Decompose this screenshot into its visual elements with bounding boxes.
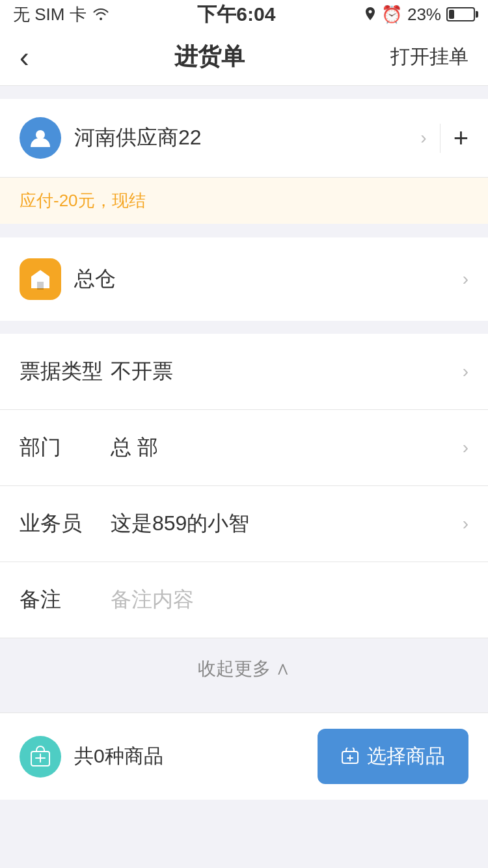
page-background xyxy=(0,800,488,868)
bottom-bar: 共0种商品 选择商品 xyxy=(0,712,488,800)
supplier-name: 河南供应商22 xyxy=(74,124,420,152)
supplier-avatar xyxy=(20,117,61,159)
department-row[interactable]: 部门 总 部 › xyxy=(0,410,488,486)
remark-label: 备注 xyxy=(20,586,111,614)
open-hang-button[interactable]: 打开挂单 xyxy=(390,44,468,70)
wifi-icon xyxy=(93,5,109,25)
supplier-row[interactable]: 河南供应商22 › + xyxy=(0,99,488,178)
status-time: 下午6:04 xyxy=(197,1,275,28)
salesperson-label: 业务员 xyxy=(20,509,111,538)
section-gap-1 xyxy=(0,86,488,99)
product-count: 共0种商品 xyxy=(74,743,318,770)
page-title: 进货单 xyxy=(174,41,245,73)
section-gap-4 xyxy=(0,699,488,712)
collapse-label: 收起更多 ∧ xyxy=(198,658,291,679)
nav-bar: ‹ 进货单 打开挂单 xyxy=(0,29,488,86)
invoice-type-row[interactable]: 票据类型 不开票 › xyxy=(0,334,488,410)
select-product-button[interactable]: 选择商品 xyxy=(318,729,468,784)
warehouse-icon xyxy=(20,258,61,300)
collapse-bar[interactable]: 收起更多 ∧ xyxy=(0,638,488,699)
warehouse-label: 总仓 xyxy=(74,265,463,293)
salesperson-chevron-icon: › xyxy=(463,513,468,534)
remark-row[interactable]: 备注 备注内容 xyxy=(0,562,488,638)
status-bar: 无 SIM 卡 下午6:04 ⏰ 23% xyxy=(0,0,488,29)
form-section: 票据类型 不开票 › 部门 总 部 › 业务员 这是859的小智 › 备注 备注… xyxy=(0,334,488,638)
battery-text: 23% xyxy=(407,5,441,25)
supplier-add-button[interactable]: + xyxy=(440,124,468,153)
department-value: 总 部 xyxy=(111,433,463,462)
section-gap-3 xyxy=(0,321,488,334)
invoice-type-label: 票据类型 xyxy=(20,357,111,386)
warehouse-section: 总仓 › xyxy=(0,237,488,321)
svg-point-0 xyxy=(36,130,45,139)
product-icon xyxy=(20,736,61,778)
carrier-text: 无 SIM 卡 xyxy=(13,3,87,26)
alarm-icon: ⏰ xyxy=(381,5,402,25)
supplier-section: 河南供应商22 › + 应付-20元，现结 xyxy=(0,99,488,224)
notice-text: 应付-20元，现结 xyxy=(20,191,146,210)
back-button[interactable]: ‹ xyxy=(20,41,29,74)
status-right: ⏰ 23% xyxy=(364,5,475,25)
invoice-type-chevron-icon: › xyxy=(463,361,468,382)
warehouse-chevron-icon: › xyxy=(463,269,468,290)
department-label: 部门 xyxy=(20,433,111,462)
salesperson-value: 这是859的小智 xyxy=(111,509,463,538)
salesperson-row[interactable]: 业务员 这是859的小智 › xyxy=(0,486,488,562)
remark-placeholder: 备注内容 xyxy=(111,586,468,614)
supplier-chevron-icon: › xyxy=(420,128,426,148)
warehouse-row[interactable]: 总仓 › xyxy=(0,237,488,321)
section-gap-2 xyxy=(0,224,488,237)
svg-rect-1 xyxy=(37,282,44,290)
department-chevron-icon: › xyxy=(463,437,468,458)
notice-bar: 应付-20元，现结 xyxy=(0,178,488,224)
select-product-label: 选择商品 xyxy=(367,743,445,770)
invoice-type-value: 不开票 xyxy=(111,357,463,386)
status-left: 无 SIM 卡 xyxy=(13,3,109,26)
location-icon xyxy=(364,5,376,25)
battery-icon xyxy=(446,7,475,21)
